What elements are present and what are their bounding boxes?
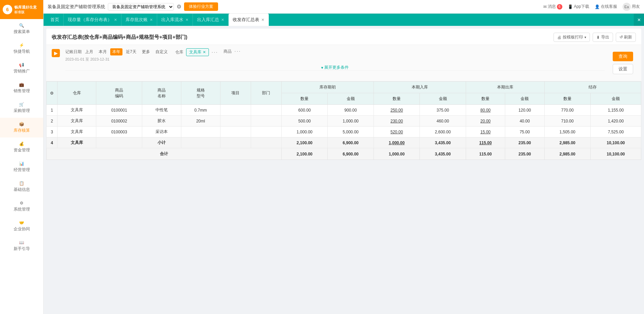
th-period-in: 本期入库 [374, 82, 466, 93]
row4-out-amount: 235.00 [505, 137, 544, 148]
logo-text: 畅库通好生意 标准版 [14, 5, 37, 14]
tab-batch[interactable]: 库存批次账 ✕ [121, 14, 157, 26]
tab-close-inout-flow[interactable]: ✕ [185, 18, 188, 22]
row4-no: 4 [47, 137, 57, 148]
sidebar-item-operations[interactable]: 📊 经营管理 [0, 157, 43, 177]
query-button[interactable]: 查询 [613, 52, 633, 61]
sidebar-item-basic-info[interactable]: 📋 基础信息 [0, 177, 43, 197]
filter-fields: 记账日期 上月 本月 本年 近7天 更多 自定义 2023-01-01 至 20… [65, 48, 605, 71]
sidebar-item-finance[interactable]: 💰 资金管理 [0, 137, 43, 157]
sidebar-item-guide[interactable]: 📖 新手引导 [0, 236, 43, 256]
tab-close-stock-summary[interactable]: ✕ [261, 18, 264, 22]
data-table-container: ⚙ 仓库 商品编码 商品名称 规格型号 项目 部门 库存期初 本期入库 本期出库… [46, 81, 641, 160]
sidebar-item-collab[interactable]: 🤝 企业协同 [0, 216, 43, 236]
system-select[interactable]: 装备及固定资产辅助管理系统 [108, 3, 174, 11]
table-row: 3 文具库 0100003 采访本 1,000.00 5,000.00 520.… [47, 127, 641, 137]
row3-in-amount: 2,600.00 [420, 127, 466, 137]
sidebar-item-purchase[interactable]: 🛒 采购管理 [0, 98, 43, 118]
row4-in-qty[interactable]: 1,000.00 [374, 137, 419, 148]
date-7days[interactable]: 近7天 [124, 48, 138, 55]
message-button[interactable]: ✉ 消息 6 [543, 4, 562, 10]
try-button[interactable]: 体验行业方案 [184, 2, 218, 11]
row1-out-qty[interactable]: 80.00 [466, 105, 505, 116]
footer-label: 合计 [47, 148, 282, 160]
date-this-year[interactable]: 本年 [110, 48, 122, 55]
th-init-qty: 数量 [281, 93, 327, 105]
purchase-icon: 🛒 [19, 102, 24, 107]
th-settings[interactable]: ⚙ [47, 82, 57, 105]
row1-in-amount: 375.00 [420, 105, 466, 116]
export-icon: ⬇ [596, 35, 600, 40]
finance-icon: 💰 [19, 142, 24, 146]
logo-icon: 6 [3, 5, 12, 14]
row1-warehouse: 文具库 [57, 105, 96, 116]
sidebar-item-search[interactable]: 🔍 搜索菜单 [0, 19, 43, 39]
refresh-icon: ↺ [620, 35, 623, 39]
tab-close-inventory-dist[interactable]: ✕ [114, 18, 117, 22]
print-button[interactable]: 🖨 按模板打印 ▾ [554, 33, 590, 42]
date-last-month[interactable]: 上月 [83, 48, 95, 55]
tab-inout-flow[interactable]: 出入库流水 ✕ [157, 14, 193, 26]
expand-more-button[interactable]: ▾ 展开更多条件 [321, 65, 349, 70]
row1-bal-qty: 770.00 [544, 105, 590, 116]
guide-icon: 📖 [19, 240, 24, 245]
row3-out-amount: 75.00 [505, 127, 544, 137]
row3-code: 0100003 [96, 127, 142, 137]
tab-close-inout-summary[interactable]: ✕ [221, 18, 224, 22]
tab-inout-summary[interactable]: 出入库汇总 ✕ [193, 14, 229, 26]
table-footer-row: 合计 2,100.00 6,900.00 1,000.00 3,435.00 1… [47, 148, 641, 160]
row4-code [96, 137, 142, 148]
online-service-button[interactable]: 👤 在线客服 [595, 4, 617, 10]
message-badge: 6 [557, 4, 562, 10]
row3-in-qty[interactable]: 520.00 [374, 127, 419, 137]
row1-in-qty[interactable]: 250.00 [374, 105, 419, 116]
row2-in-qty[interactable]: 230.00 [374, 116, 419, 127]
row3-out-qty[interactable]: 15.00 [466, 127, 505, 137]
date-custom[interactable]: 自定义 [153, 48, 170, 55]
tab-close-batch[interactable]: ✕ [150, 18, 153, 22]
tab-stock-summary[interactable]: 收发存汇总表 ✕ [229, 14, 269, 26]
page-title: 收发存汇总表(按仓库+商品编码+商品+规格型号+项目+部门) [52, 34, 187, 40]
export-button[interactable]: ⬇ 导出 [593, 33, 613, 42]
refresh-button[interactable]: ↺ 刷新 [616, 33, 636, 42]
set-button[interactable]: 设置 [613, 64, 633, 74]
goods-more-btn[interactable]: ··· [234, 48, 241, 54]
sidebar-item-sales[interactable]: 💼 销售管理 [0, 78, 43, 98]
th-bal-amount: 金额 [591, 93, 641, 105]
row3-warehouse: 文具库 [57, 127, 96, 137]
row3-no: 3 [47, 127, 57, 137]
row4-bal-amount: 10,100.00 [591, 137, 641, 148]
tab-home[interactable]: 首页 [46, 14, 64, 26]
expand-more-row: ▾ 展开更多条件 [65, 62, 605, 71]
row2-warehouse: 文具库 [57, 116, 96, 127]
message-icon: ✉ [543, 4, 547, 9]
settings-icon[interactable]: ⚙ [177, 3, 181, 10]
app-download-button[interactable]: 📱 App下载 [568, 4, 589, 10]
sidebar-item-inventory[interactable]: 📦 库存核算 [0, 118, 43, 137]
row4-out-qty[interactable]: 115.00 [466, 137, 505, 148]
date-more[interactable]: 更多 [140, 48, 152, 55]
sidebar-item-nav[interactable]: ⚡ 快捷导航 [0, 39, 43, 59]
filter-toggle-btn[interactable]: ▶ [52, 49, 60, 57]
header-right: ✉ 消息 6 📱 App下载 👤 在线客服 Ea 用友 [543, 3, 640, 11]
date-this-month[interactable]: 本月 [97, 48, 109, 55]
warehouse-more-btn[interactable]: ··· [212, 49, 218, 55]
right-buttons: 查询 设置 [610, 48, 636, 78]
inventory-icon: 📦 [19, 122, 24, 127]
tab-inventory-dist[interactable]: 现存量（库存分布表） ✕ [64, 14, 121, 26]
th-dept: 部门 [251, 82, 281, 105]
tab-close-all[interactable]: ✕ [634, 14, 644, 26]
top-header: 装备及固定资产辅助管理系统 装备及固定资产辅助管理系统 ⚙ 体验行业方案 ✉ 消… [44, 0, 644, 14]
row1-project [220, 105, 251, 116]
row2-out-qty[interactable]: 20.00 [466, 116, 505, 127]
warehouse-tag-remove[interactable]: ✕ [203, 50, 206, 54]
footer-init-qty: 2,100.00 [281, 148, 327, 160]
row1-init-amount: 900.00 [328, 105, 374, 116]
sidebar-item-marketing[interactable]: 📢 营销推广 [0, 59, 43, 78]
warehouse-tag[interactable]: 文具库 ✕ [186, 48, 209, 56]
flash-icon: ⚡ [19, 43, 24, 48]
user-button[interactable]: Ea 用友 [623, 3, 640, 11]
row3-name: 采访本 [142, 127, 181, 137]
row4-init-qty: 2,100.00 [281, 137, 327, 148]
sidebar-item-system[interactable]: ⚙ 系统管理 [0, 197, 43, 216]
